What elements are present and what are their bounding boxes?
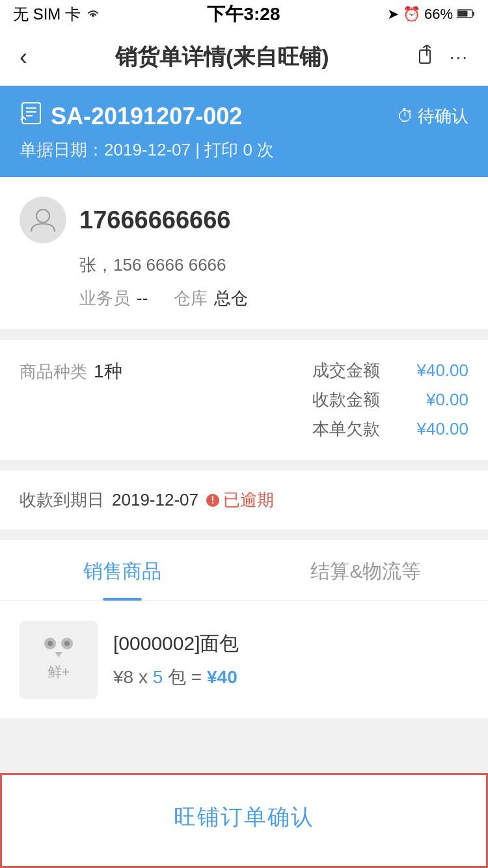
overdue-dot: ! — [206, 494, 219, 507]
clock-icon: ⏱ — [397, 106, 414, 126]
deal-amount-label: 成交金额 — [312, 359, 380, 382]
goods-type: 商品种类 1种 — [20, 359, 122, 384]
overdue-text: 已逾期 — [223, 489, 274, 511]
due-label: 收款到期日 — [20, 489, 104, 511]
goods-type-label: 商品种类 — [20, 360, 87, 383]
due-section: 收款到期日 2019-12-07 ! 已逾期 — [0, 470, 488, 530]
goods-type-value: 1种 — [94, 359, 122, 384]
order-header-top: SA-20191207-002 ⏱ 待确认 — [20, 102, 468, 131]
product-owl-logo: 鲜+ — [44, 638, 73, 682]
product-item: 鲜+ [0000002]面包 ¥8 x 5 包 = ¥40 — [0, 601, 488, 718]
salesperson-meta: 业务员 -- — [79, 287, 148, 310]
product-brand-text: 鲜+ — [47, 662, 70, 682]
confirm-button-wrapper: 旺铺订单确认 — [0, 773, 488, 868]
tab-section: 销售商品 结算&物流等 鲜+ [0000 — [0, 540, 488, 718]
amount-left: 商品种类 1种 — [20, 359, 122, 384]
share-button[interactable] — [417, 45, 437, 70]
tab-settlement[interactable]: 结算&物流等 — [244, 540, 488, 601]
wifi-icon — [86, 5, 100, 23]
deal-amount-value: ¥40.00 — [390, 360, 468, 381]
page-title: 销货单详情(来自旺铺) — [115, 42, 329, 72]
battery-text: 66% — [424, 6, 453, 23]
customer-section: 17666666666 张，156 6666 6666 业务员 -- 仓库 总仓 — [0, 177, 488, 329]
received-amount-label: 收款金额 — [312, 388, 380, 411]
product-total: ¥40 — [207, 667, 237, 687]
customer-meta: 业务员 -- 仓库 总仓 — [20, 287, 468, 310]
confirm-button[interactable]: 旺铺订单确认 — [21, 788, 467, 847]
product-unit: 包 — [168, 667, 186, 687]
warehouse-label: 仓库 — [174, 287, 208, 310]
product-equals: = — [191, 667, 207, 687]
order-status-text: 待确认 — [418, 105, 468, 128]
alarm-icon: ⏰ — [403, 6, 420, 23]
tab-settlement-label: 结算&物流等 — [310, 560, 421, 582]
svg-rect-5 — [22, 103, 40, 124]
order-date: 单据日期：2019-12-07 | 打印 0 次 — [20, 139, 468, 161]
customer-phone: 17666666666 — [79, 206, 230, 234]
owl-eye-left — [44, 638, 56, 649]
order-status: ⏱ 待确认 — [397, 105, 468, 128]
warehouse-value: 总仓 — [214, 287, 248, 310]
customer-name: 张，156 6666 6666 — [20, 254, 468, 277]
svg-rect-2 — [457, 11, 467, 17]
battery-icon — [457, 6, 475, 23]
owl-beak — [55, 652, 62, 657]
location-icon: ➤ — [387, 6, 399, 23]
status-right-icons: ➤ ⏰ 66% — [387, 6, 475, 23]
amount-section: 商品种类 1种 成交金额 ¥40.00 收款金额 ¥0.00 本单欠款 ¥40.… — [0, 340, 488, 460]
product-price: ¥8 x 5 包 = ¥40 — [113, 665, 468, 690]
owed-amount-value: ¥40.00 — [390, 419, 468, 439]
owed-amount-row: 本单欠款 ¥40.00 — [312, 418, 468, 441]
more-button[interactable]: ··· — [450, 47, 468, 68]
back-button[interactable]: ‹ — [20, 44, 27, 71]
owed-amount-label: 本单欠款 — [312, 418, 380, 441]
owl-eyes — [44, 638, 73, 649]
product-multiply: x — [139, 667, 153, 687]
tab-sales-goods-label: 销售商品 — [83, 560, 161, 582]
amount-right: 成交金额 ¥40.00 收款金额 ¥0.00 本单欠款 ¥40.00 — [312, 359, 468, 441]
due-date: 2019-12-07 — [112, 490, 198, 510]
nav-bar: ‹ 销货单详情(来自旺铺) ··· — [0, 29, 488, 86]
svg-point-9 — [36, 210, 49, 223]
salesperson-label: 业务员 — [79, 287, 130, 310]
product-unit-price: ¥8 — [113, 667, 133, 687]
salesperson-value: -- — [137, 288, 148, 308]
product-title: 面包 — [200, 632, 239, 654]
order-icon — [20, 102, 43, 131]
carrier-text: 无 SIM 卡 — [13, 4, 81, 25]
svg-rect-3 — [420, 50, 430, 63]
warehouse-meta: 仓库 总仓 — [174, 287, 248, 310]
received-amount-value: ¥0.00 — [390, 390, 468, 410]
owl-eye-right — [61, 638, 73, 649]
status-time: 下午3:28 — [207, 2, 280, 27]
customer-top: 17666666666 — [20, 197, 468, 243]
order-header: SA-20191207-002 ⏱ 待确认 单据日期：2019-12-07 | … — [0, 86, 488, 177]
tabs: 销售商品 结算&物流等 — [0, 540, 488, 601]
svg-rect-1 — [472, 12, 474, 16]
order-id: SA-20191207-002 — [20, 102, 242, 131]
tab-sales-goods[interactable]: 销售商品 — [0, 540, 244, 601]
overdue-badge: ! 已逾期 — [206, 489, 274, 511]
customer-avatar — [20, 197, 66, 243]
order-id-text: SA-20191207-002 — [51, 103, 242, 130]
deal-amount-row: 成交金额 ¥40.00 — [312, 359, 468, 382]
product-info: [0000002]面包 ¥8 x 5 包 = ¥40 — [113, 631, 468, 690]
product-image: 鲜+ — [20, 621, 98, 699]
received-amount-row: 收款金额 ¥0.00 — [312, 388, 468, 411]
status-carrier: 无 SIM 卡 — [13, 4, 100, 25]
product-qty: 5 — [153, 667, 163, 687]
status-bar: 无 SIM 卡 下午3:28 ➤ ⏰ 66% — [0, 0, 488, 29]
nav-actions: ··· — [417, 45, 468, 70]
product-code: [0000002] — [113, 632, 200, 654]
product-name: [0000002]面包 — [113, 631, 468, 657]
